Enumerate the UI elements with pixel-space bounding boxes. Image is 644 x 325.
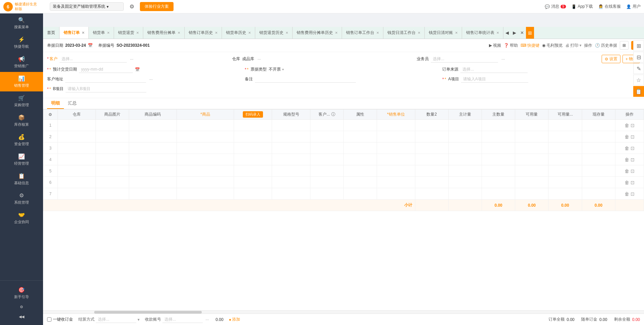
cell-4-2[interactable]: [129, 154, 177, 165]
cell-6-5[interactable]: [272, 177, 310, 188]
payment-method-select[interactable]: [96, 316, 136, 323]
cell-3-13[interactable]: [548, 143, 582, 154]
cell-3-10[interactable]: [448, 143, 482, 154]
copy-icon-5[interactable]: ⊡: [631, 168, 635, 174]
sidebar-item-cooperation[interactable]: 🤝 企业协同: [0, 208, 43, 228]
cell-7-10[interactable]: [448, 188, 482, 200]
cell-4-3[interactable]: [177, 154, 234, 165]
print-button[interactable]: 🖨 打印 ▾: [565, 43, 581, 48]
cell-7-7[interactable]: [343, 188, 377, 200]
copy-icon-3[interactable]: ⊡: [631, 146, 635, 151]
cell-5-10[interactable]: [448, 165, 482, 177]
delete-icon-5[interactable]: 🗑: [624, 168, 629, 174]
tab-sales-expense-history[interactable]: 销售费用分摊单历史 ✕: [293, 27, 342, 39]
cell-7-12[interactable]: [515, 188, 548, 200]
cell-2-12[interactable]: [515, 131, 548, 143]
tab-sales-workbench[interactable]: 销售订单工作台 ✕: [342, 27, 383, 39]
cell-6-6[interactable]: [310, 177, 343, 188]
copy-icon-4[interactable]: ⊡: [631, 157, 635, 162]
calendar-icon[interactable]: 📅: [88, 43, 93, 48]
operations-button[interactable]: 操作: [584, 43, 592, 48]
cell-6-4[interactable]: [234, 177, 272, 188]
cell-2-14[interactable]: [582, 131, 615, 143]
scrollbar-thumb[interactable]: [94, 311, 202, 314]
cell-5-13[interactable]: [548, 165, 582, 177]
copy-icon-7[interactable]: ⊡: [631, 191, 635, 197]
cell-1-4[interactable]: [234, 120, 272, 131]
sidebar-item-basic-info[interactable]: 📋 基础信息: [0, 169, 43, 189]
float-btn-3[interactable]: ✎: [633, 63, 644, 74]
online-service-button[interactable]: 👩‍💼 在线客服: [598, 4, 621, 9]
cell-1-2[interactable]: [129, 120, 177, 131]
cell-6-2[interactable]: [129, 177, 177, 188]
cell-6-14[interactable]: [582, 177, 615, 188]
cell-4-9[interactable]: [415, 154, 448, 165]
message-button[interactable]: 💬 消息 9: [545, 4, 566, 9]
sidebar-item-marketing[interactable]: 📢 营销推广: [0, 52, 43, 72]
float-btn-1[interactable]: ⊞: [633, 40, 644, 51]
cell-2-5[interactable]: [272, 131, 310, 143]
cell-7-9[interactable]: [415, 188, 448, 200]
cell-3-9[interactable]: [415, 143, 448, 154]
cell-1-13[interactable]: [548, 120, 582, 131]
tab-sales-invoice[interactable]: 销货单 ✕: [89, 27, 114, 39]
cell-5-11[interactable]: [482, 165, 515, 177]
profit-button[interactable]: ◉ 毛利预览: [542, 43, 563, 48]
cell-6-11[interactable]: [482, 177, 515, 188]
tab-sales-return[interactable]: 销货退货 ✕: [114, 27, 143, 39]
copy-icon-2[interactable]: ⊡: [631, 134, 635, 139]
col-settings[interactable]: ⚙: [43, 110, 58, 120]
cell-4-7[interactable]: [343, 154, 377, 165]
tab-expand-button[interactable]: ⊞: [526, 27, 534, 39]
sidebar-collapse-button[interactable]: ◀◀: [0, 312, 43, 322]
tab-close-icon[interactable]: ✕: [335, 31, 338, 35]
history-button[interactable]: 🕐 历史单据: [595, 43, 617, 48]
cell-1-9[interactable]: [415, 120, 448, 131]
cell-7-4[interactable]: [234, 188, 272, 200]
cell-3-3[interactable]: [177, 143, 234, 154]
tab-sales-order[interactable]: 销售订单 ✕: [60, 27, 89, 39]
cell-6-8[interactable]: [377, 177, 415, 188]
tab-next-button[interactable]: ▶: [511, 27, 518, 39]
address-input[interactable]: [65, 76, 146, 83]
cell-7-3[interactable]: [177, 188, 234, 200]
sidebar-item-guide[interactable]: 🎯 新手引导: [0, 284, 43, 302]
cell-3-4[interactable]: [234, 143, 272, 154]
cell-2-11[interactable]: [482, 131, 515, 143]
cell-7-2[interactable]: [129, 188, 177, 200]
cell-5-1[interactable]: [96, 165, 129, 177]
cell-1-7[interactable]: [343, 120, 377, 131]
cell-4-0[interactable]: [58, 154, 96, 165]
cell-1-11[interactable]: [482, 120, 515, 131]
cell-4-11[interactable]: [482, 154, 515, 165]
cell-5-3[interactable]: [177, 165, 234, 177]
cell-3-8[interactable]: [377, 143, 415, 154]
cell-3-6[interactable]: [310, 143, 343, 154]
tab-sales-return-history[interactable]: 销货退货历史 ✕: [255, 27, 293, 39]
cell-2-10[interactable]: [448, 131, 482, 143]
cell-1-12[interactable]: [515, 120, 548, 131]
sidebar-item-purchase[interactable]: 🛒 采购管理: [0, 91, 43, 111]
cell-4-12[interactable]: [515, 154, 548, 165]
tab-close-icon[interactable]: ✕: [455, 31, 458, 35]
cell-5-0[interactable]: [58, 165, 96, 177]
cell-5-5[interactable]: [272, 165, 310, 177]
sidebar-item-sales[interactable]: 📊 销售管理: [0, 72, 43, 91]
cell-3-5[interactable]: [272, 143, 310, 154]
delete-icon-2[interactable]: 🗑: [624, 134, 629, 139]
tab-daily-workbench[interactable]: 钱货日清工作台 ✕: [383, 27, 425, 39]
cell-6-12[interactable]: [515, 177, 548, 188]
cell-3-1[interactable]: [96, 143, 129, 154]
address-more-icon[interactable]: ···: [148, 77, 154, 82]
tab-home[interactable]: 首页: [43, 27, 60, 39]
tab-close-icon[interactable]: ✕: [215, 31, 218, 35]
col-scan[interactable]: 扫码录入: [234, 110, 272, 120]
cell-4-8[interactable]: [377, 154, 415, 165]
a-project-input[interactable]: [461, 76, 528, 83]
app-download-button[interactable]: 📱 App下载: [571, 4, 593, 9]
cell-2-6[interactable]: [310, 131, 343, 143]
cell-1-10[interactable]: [448, 120, 482, 131]
shortcut-button[interactable]: ⌨ 快捷键: [521, 43, 539, 48]
b-project-input[interactable]: [66, 85, 146, 92]
tab-prev-button[interactable]: ◀: [503, 27, 511, 39]
